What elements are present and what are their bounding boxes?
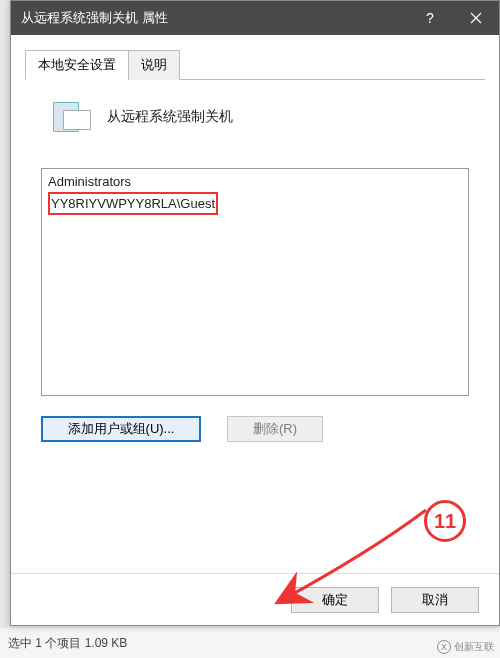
policy-name: 从远程系统强制关机: [107, 108, 233, 126]
policy-icon: [49, 96, 97, 138]
dialog-footer: 确定 取消: [11, 573, 499, 625]
window-controls: ?: [407, 1, 499, 35]
titlebar-title: 从远程系统强制关机 属性: [21, 9, 407, 27]
titlebar: 从远程系统强制关机 属性 ?: [11, 1, 499, 35]
watermark-text: 创新互联: [454, 640, 494, 654]
close-button[interactable]: [453, 1, 499, 35]
ok-button[interactable]: 确定: [291, 587, 379, 613]
close-icon: [470, 12, 482, 24]
statusbar-text: 选中 1 个项目 1.09 KB: [8, 635, 127, 652]
policy-header: 从远程系统强制关机: [37, 96, 473, 138]
step-number: 11: [434, 510, 456, 533]
dialog-body: 本地安全设置 说明 从远程系统强制关机 Administrators YY8RI…: [11, 35, 499, 573]
remove-button: 删除(R): [227, 416, 323, 442]
list-item[interactable]: Administrators: [48, 173, 462, 190]
cancel-button[interactable]: 取消: [391, 587, 479, 613]
watermark: X 创新互联: [437, 640, 494, 654]
tab-local-security-setting[interactable]: 本地安全设置: [25, 50, 129, 80]
member-buttons-row: 添加用户或组(U)... 删除(R): [37, 416, 473, 442]
background-statusbar: 选中 1 个项目 1.09 KB: [0, 628, 500, 658]
step-annotation-badge: 11: [424, 500, 466, 542]
help-button[interactable]: ?: [407, 1, 453, 35]
tab-panel: 从远程系统强制关机 Administrators YY8RIYVWPYY8RLA…: [25, 80, 485, 570]
watermark-icon: X: [437, 640, 451, 654]
tab-label: 说明: [141, 57, 167, 72]
list-item[interactable]: YY8RIYVWPYY8RLA\Guest: [51, 195, 215, 212]
tab-explain[interactable]: 说明: [128, 50, 180, 80]
members-listbox[interactable]: Administrators YY8RIYVWPYY8RLA\Guest: [41, 168, 469, 396]
tabs: 本地安全设置 说明: [25, 49, 485, 80]
tab-label: 本地安全设置: [38, 57, 116, 72]
add-user-or-group-button[interactable]: 添加用户或组(U)...: [41, 416, 201, 442]
annotation-highlight: YY8RIYVWPYY8RLA\Guest: [48, 192, 218, 215]
